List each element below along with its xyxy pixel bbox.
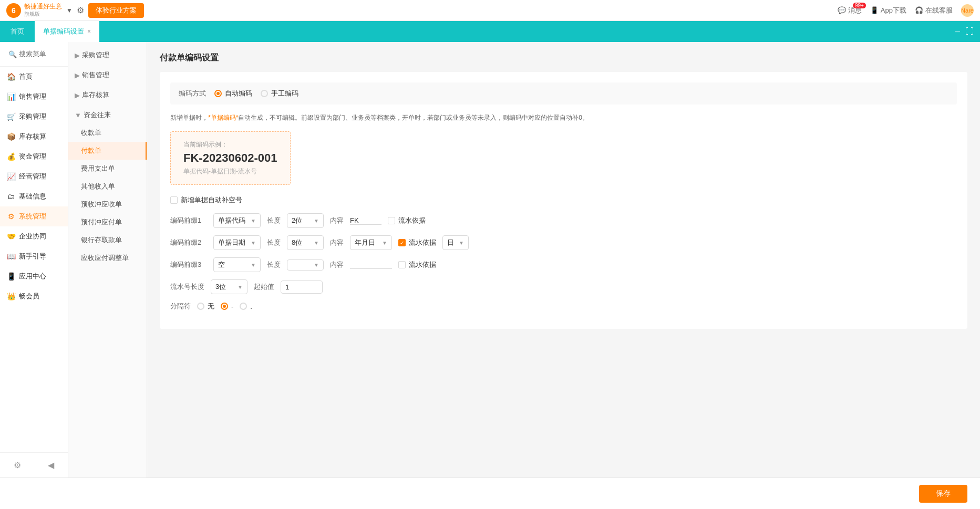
config-prefix2-serial-period-select[interactable]: 日 ▼ xyxy=(442,235,469,250)
sidebar-item-home[interactable]: 🏠 首页 xyxy=(0,67,68,87)
config-prefix2-content-label: 内容 xyxy=(330,238,344,247)
sub-sidebar: ▶ 采购管理 ▶ 销售管理 ▶ 库存核算 ▼ 资金往来 收款单 付款单 费用支出… xyxy=(68,42,147,477)
sidebar-item-system[interactable]: ⚙ 系统管理 xyxy=(0,206,68,226)
tab-bar-actions: – ⛶ xyxy=(955,27,974,36)
sub-item-payment[interactable]: 付款单 xyxy=(68,142,147,160)
message-badge: 99+ xyxy=(853,3,866,8)
sub-item-expense[interactable]: 费用支出单 xyxy=(68,160,147,178)
auto-encode-label: 自动编码 xyxy=(225,89,252,98)
tab-minimize-icon[interactable]: – xyxy=(955,27,960,36)
config-prefix1-serial-checkbox[interactable] xyxy=(388,217,395,224)
preview-code: FK-20230602-001 xyxy=(183,151,277,165)
sep-none-radio[interactable] xyxy=(197,303,204,310)
config-prefix3-length-select[interactable]: ▼ xyxy=(287,259,324,271)
sep-dot-label: . xyxy=(250,303,252,310)
sub-item-bank-deposit[interactable]: 银行存取款单 xyxy=(68,231,147,249)
config-prefix2-serial-checkbox[interactable]: ✓ xyxy=(398,239,406,246)
headset-icon: 🎧 xyxy=(915,6,923,14)
config-prefix2-serial-period-value: 日 xyxy=(447,238,454,247)
logo-text-block: 畅捷通好生意 旗舰版 xyxy=(24,3,62,18)
serial-length-label: 流水号长度 xyxy=(170,282,204,292)
purchase-icon: 🛒 xyxy=(6,112,16,121)
sub-group-fund-flow-title[interactable]: ▼ 资金往来 xyxy=(68,106,147,124)
sub-group-purchase-title[interactable]: ▶ 采购管理 xyxy=(68,46,147,64)
sidebar-item-fund[interactable]: 💰 资金管理 xyxy=(0,147,68,167)
separator-row: 分隔符 无 - . xyxy=(170,302,957,311)
sidebar-item-member[interactable]: 👑 畅会员 xyxy=(0,286,68,306)
info-highlight: *单据编码* xyxy=(208,114,238,121)
inventory-icon: 📦 xyxy=(6,132,16,141)
config-prefix1-label: 编码前缀1 xyxy=(170,216,207,225)
top-bar-dropdown[interactable]: ▼ xyxy=(66,7,73,14)
config-prefix2-serial-label: 流水依据 xyxy=(409,238,436,247)
sub-group-purchase-label: 采购管理 xyxy=(82,50,109,60)
online-service-label: 在线客服 xyxy=(925,6,953,15)
sep-dot-option[interactable]: . xyxy=(240,303,252,310)
sidebar-item-basic[interactable]: 🗂 基础信息 xyxy=(0,186,68,206)
config-prefix1-length-label: 长度 xyxy=(267,216,281,225)
encoding-radio-group: 自动编码 手工编码 xyxy=(214,89,298,98)
gear-icon[interactable]: ⚙ xyxy=(77,5,84,15)
sidebar-item-purchase[interactable]: 🛒 采购管理 xyxy=(0,107,68,127)
fund-icon: 💰 xyxy=(6,152,16,161)
sidebar-item-cooperation[interactable]: 🤝 企业协同 xyxy=(0,226,68,246)
sidebar-search-label: 搜索菜单 xyxy=(19,49,46,59)
config-prefix3-content-label: 内容 xyxy=(330,260,344,269)
sidebar-item-newguide[interactable]: 📖 新手引导 xyxy=(0,246,68,266)
auto-encode-option[interactable]: 自动编码 xyxy=(214,89,252,98)
serial-length-chevron: ▼ xyxy=(238,284,243,290)
manual-encode-radio[interactable] xyxy=(261,90,268,97)
config-prefix1-content-input[interactable] xyxy=(350,216,381,225)
sidebar-item-newguide-label: 新手引导 xyxy=(19,252,46,261)
config-prefix3-serial-checkbox[interactable] xyxy=(398,261,406,268)
sidebar-search-btn[interactable]: 🔍 搜索菜单 xyxy=(4,47,64,61)
app-download-item[interactable]: 📱 App下载 xyxy=(870,6,906,15)
save-button[interactable]: 保存 xyxy=(919,485,967,503)
serial-length-select[interactable]: 3位 ▼ xyxy=(211,279,247,294)
sep-dash-radio[interactable] xyxy=(221,303,228,310)
online-service-item[interactable]: 🎧 在线客服 xyxy=(915,6,953,15)
config-prefix2-length-label: 长度 xyxy=(267,238,281,247)
sub-item-advance-payable[interactable]: 预付冲应付单 xyxy=(68,213,147,231)
sub-group-inventory-title[interactable]: ▶ 库存核算 xyxy=(68,86,147,104)
config-prefix2-content-select[interactable]: 年月日 ▼ xyxy=(350,235,392,250)
config-prefix2-select[interactable]: 单据日期 ▼ xyxy=(213,235,261,250)
sep-dot-radio[interactable] xyxy=(240,303,247,310)
start-value-input[interactable] xyxy=(281,281,323,294)
sidebar-item-appcenter[interactable]: 📱 应用中心 xyxy=(0,266,68,286)
auto-fill-checkbox[interactable] xyxy=(170,196,178,204)
config-prefix1-length-select[interactable]: 2位 ▼ xyxy=(287,213,324,228)
config-prefix1-select[interactable]: 单据代码 ▼ xyxy=(213,213,261,228)
sidebar-item-operations[interactable]: 📈 经营管理 xyxy=(0,167,68,186)
sep-none-option[interactable]: 无 xyxy=(197,302,214,311)
serial-length-row: 流水号长度 3位 ▼ 起始值 xyxy=(170,279,957,294)
tab-maximize-icon[interactable]: ⛶ xyxy=(965,27,974,36)
config-prefix1-length-chevron: ▼ xyxy=(314,218,319,224)
sub-item-receipt[interactable]: 收款单 xyxy=(68,124,147,142)
tab-close-icon[interactable]: × xyxy=(87,28,91,35)
settings-bottom-icon[interactable]: ⚙ xyxy=(12,458,23,472)
cooperation-icon: 🤝 xyxy=(6,232,16,241)
auto-encode-radio[interactable] xyxy=(214,90,222,97)
user-profile[interactable]: Nare xyxy=(961,4,974,17)
config-prefix2-length-select[interactable]: 8位 ▼ xyxy=(287,235,324,250)
top-bar-left: 6 畅捷通好生意 旗舰版 ▼ ⚙ 体验行业方案 xyxy=(6,3,144,18)
sub-item-other-income[interactable]: 其他收入单 xyxy=(68,178,147,195)
experience-btn[interactable]: 体验行业方案 xyxy=(88,3,144,18)
manual-encode-option[interactable]: 手工编码 xyxy=(261,89,298,98)
config-prefix3-select[interactable]: 空 ▼ xyxy=(213,257,261,272)
sidebar-item-inventory[interactable]: 📦 库存核算 xyxy=(0,127,68,147)
sidebar-bottom: ⚙ ◀ xyxy=(0,452,68,477)
sidebar-item-sales[interactable]: 📊 销售管理 xyxy=(0,87,68,107)
collapse-icon[interactable]: ◀ xyxy=(46,458,56,472)
sub-item-receivable-payable[interactable]: 应收应付调整单 xyxy=(68,249,147,267)
sub-group-fund-flow-label: 资金往来 xyxy=(84,110,111,120)
sep-dash-option[interactable]: - xyxy=(221,303,233,310)
config-prefix3-content-input[interactable] xyxy=(350,261,392,269)
sub-item-advance-receivable[interactable]: 预收冲应收单 xyxy=(68,195,147,213)
sub-group-sales-title[interactable]: ▶ 销售管理 xyxy=(68,66,147,84)
messages-item[interactable]: 💬 消息 99+ xyxy=(838,6,862,15)
tab-document-encoding[interactable]: 单据编码设置 × xyxy=(35,21,99,42)
config-prefix2-chevron: ▼ xyxy=(251,240,256,246)
tab-home[interactable]: 首页 xyxy=(0,21,35,42)
